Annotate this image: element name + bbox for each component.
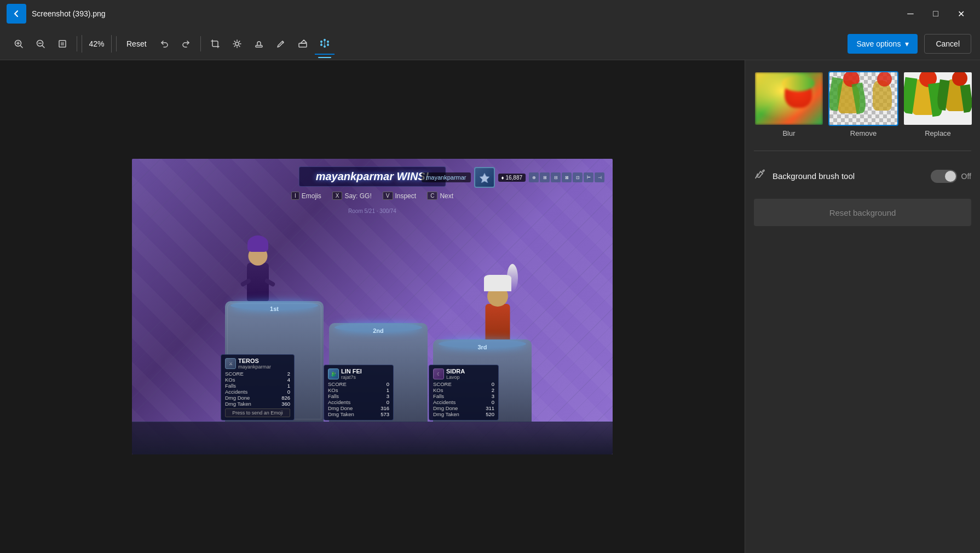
zoom-out-button[interactable] <box>31 34 50 54</box>
reset-button[interactable]: Reset <box>121 34 152 54</box>
svg-marker-29 <box>480 173 489 183</box>
score-card-1: ⚔ TEROS mayankparmar SCORE2 KOs4 Falls1 … <box>221 354 295 420</box>
blur-label: Blur <box>782 129 795 137</box>
score-card-3: ☾ SIDRA Lavop SCORE0 KOs2 Falls3 Acciden… <box>429 365 499 420</box>
zoom-controls <box>9 34 119 54</box>
zoom-in-button[interactable] <box>9 34 28 54</box>
main-content: mayankparmar WINS! I Emojis X Say: GG! V… <box>0 60 980 553</box>
winner-text: mayankparmar WINS! <box>316 170 429 183</box>
effects-icon <box>319 38 331 50</box>
toggle-thumb <box>945 171 956 182</box>
svg-point-22 <box>327 41 329 43</box>
effects-button[interactable] <box>315 34 335 54</box>
bg-remove-preview: Preview <box>828 71 898 126</box>
toolbar: Reset <box>0 27 980 60</box>
game-play-area: 1st 2nd 3rd <box>132 224 613 454</box>
effects-tool-wrap <box>315 34 335 54</box>
svg-line-16 <box>239 41 239 42</box>
brush-tool-row: Background brush tool Off <box>754 162 971 190</box>
undo-icon <box>159 39 169 49</box>
bg-option-replace[interactable]: Preview <box>903 71 973 137</box>
window-controls: ─ □ ✕ <box>898 5 973 22</box>
image-container: mayankparmar WINS! I Emojis X Say: GG! V… <box>132 159 613 454</box>
svg-rect-8 <box>61 42 64 45</box>
background-options: Blur Preview <box>754 71 971 137</box>
save-options-dropdown-icon: ▾ <box>905 39 909 48</box>
fit-window-button[interactable] <box>53 34 72 54</box>
redo-icon <box>181 39 191 49</box>
svg-point-21 <box>324 39 326 41</box>
game-image: mayankparmar WINS! I Emojis X Say: GG! V… <box>132 159 613 454</box>
zoom-in-icon <box>14 39 24 49</box>
svg-point-24 <box>324 45 326 48</box>
stamp-icon <box>254 39 264 49</box>
draw-button[interactable] <box>271 34 291 54</box>
cancel-button[interactable]: Cancel <box>924 34 971 54</box>
right-panel: Blur Preview <box>745 60 980 553</box>
bg-option-remove[interactable]: Preview <box>828 71 898 137</box>
sep-1 <box>77 36 77 51</box>
crop-button[interactable] <box>205 34 225 54</box>
score-card-2: 🐉 LIN FEI rajat7s SCORE0 KOs1 Falls3 Acc… <box>324 365 394 420</box>
replace-label: Replace <box>925 129 951 137</box>
reset-background-button[interactable]: Reset background <box>754 199 971 226</box>
emblem-icon <box>474 167 495 188</box>
save-options-button[interactable]: Save options ▾ <box>848 34 918 54</box>
stamp-button[interactable] <box>249 34 269 54</box>
bg-replace-preview: Preview <box>903 71 973 126</box>
draw-icon <box>276 39 286 49</box>
svg-line-14 <box>234 41 235 42</box>
close-button[interactable]: ✕ <box>948 5 973 22</box>
remove-label: Remove <box>850 129 877 137</box>
eraser-icon <box>298 39 308 49</box>
zoom-out-icon <box>36 39 45 49</box>
undo-button[interactable] <box>154 34 174 54</box>
toggle-state-label: Off <box>961 172 971 181</box>
svg-rect-18 <box>256 45 262 47</box>
brightness-button[interactable] <box>227 34 247 54</box>
minimize-button[interactable]: ─ <box>898 5 923 22</box>
brush-icon <box>754 169 766 183</box>
floor <box>132 422 613 454</box>
eraser-button[interactable] <box>293 34 313 54</box>
brush-toggle[interactable]: Off <box>931 170 971 183</box>
crop-icon <box>210 39 220 49</box>
back-button[interactable] <box>7 4 26 24</box>
svg-line-1 <box>21 45 23 48</box>
brush-tool-label: Background brush tool <box>773 171 924 181</box>
svg-line-17 <box>234 45 235 46</box>
zoom-level-input[interactable] <box>82 35 112 53</box>
svg-point-20 <box>320 41 322 43</box>
canvas-area[interactable]: mayankparmar WINS! I Emojis X Say: GG! V… <box>0 60 745 553</box>
svg-rect-19 <box>299 43 307 47</box>
sep-3 <box>200 36 201 51</box>
svg-point-23 <box>320 44 322 46</box>
sep-2 <box>116 36 117 51</box>
action-buttons-row: I Emojis X Say: GG! V Inspect C Next <box>291 192 453 200</box>
char-1 <box>236 235 280 301</box>
title-bar: Screenshot (393).png ─ □ ✕ <box>0 0 980 27</box>
svg-line-15 <box>239 45 239 46</box>
active-tool-indicator <box>318 57 331 58</box>
svg-line-5 <box>43 45 45 48</box>
maximize-button[interactable]: □ <box>923 5 948 22</box>
svg-point-25 <box>327 44 329 46</box>
char-2 <box>476 279 520 345</box>
window-title: Screenshot (393).png <box>32 9 892 18</box>
panel-separator <box>754 151 971 151</box>
redo-button[interactable] <box>176 34 196 54</box>
save-options-label: Save options <box>856 39 901 48</box>
bg-option-blur[interactable]: Blur <box>754 71 824 137</box>
bg-blur-preview <box>754 71 824 126</box>
hud-area: mayankparmar ♦ 16,887 ⊕ ⊞ ⊟ ⊠ ⊡ ⊢ <box>422 167 604 188</box>
room-info: Room 5/21 · 300/74 <box>348 208 396 214</box>
svg-point-9 <box>235 42 239 45</box>
fit-window-icon <box>57 39 67 49</box>
toggle-track[interactable] <box>931 170 957 183</box>
brightness-icon <box>232 39 242 49</box>
